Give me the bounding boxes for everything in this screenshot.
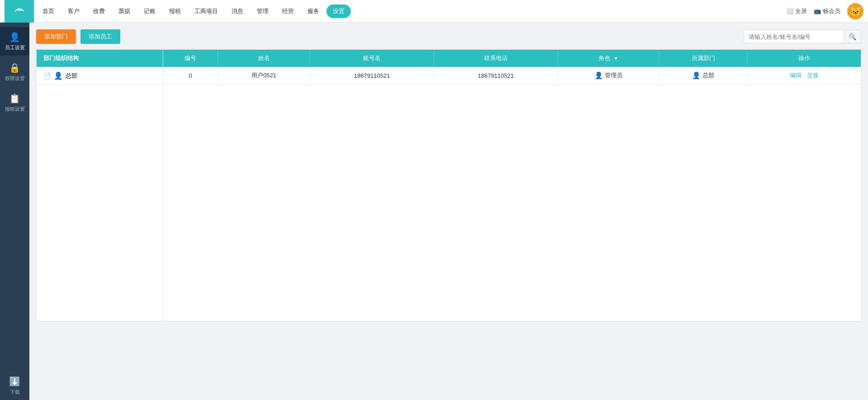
vip-button[interactable]: 📺 畅会员 bbox=[814, 7, 840, 15]
nav-service[interactable]: 服务 bbox=[301, 5, 326, 18]
dept-panel: 部门组织结构 📄 👤 总部 bbox=[37, 50, 163, 321]
search-box: 🔍 bbox=[744, 30, 861, 43]
fullscreen-button[interactable]: ⬜ 全屏 bbox=[786, 7, 807, 15]
cell-account: 18679110521 bbox=[310, 67, 434, 85]
role-person-icon: 👤 bbox=[594, 71, 603, 80]
sidebar-item-taxsettings[interactable]: 📋 报税设置 bbox=[0, 89, 29, 117]
search-icon: 🔍 bbox=[849, 33, 856, 40]
cell-dept: 👤 总部 bbox=[659, 67, 748, 85]
sidebar-employee-label: 员工设置 bbox=[5, 44, 25, 51]
employee-icon: 👤 bbox=[9, 32, 20, 42]
user-avatar[interactable]: 🐱 bbox=[847, 3, 863, 19]
top-navigation: 首页 客户 收费 票据 记账 报税 工商项目 消息 管理 经营 服务 设置 ⬜ … bbox=[0, 0, 868, 23]
role-filter-icon: ▼ bbox=[613, 56, 618, 61]
nav-home[interactable]: 首页 bbox=[36, 5, 61, 18]
search-input[interactable] bbox=[744, 31, 844, 43]
vip-label: 畅会员 bbox=[823, 7, 840, 15]
sidebar-item-download[interactable]: ⬇️ 下载 bbox=[0, 372, 29, 400]
app-logo bbox=[5, 0, 34, 23]
permission-icon: 🔒 bbox=[9, 62, 20, 73]
add-employee-button[interactable]: 添加员工 bbox=[80, 29, 120, 44]
cell-actions: 编辑 交接 bbox=[748, 67, 861, 85]
nav-account[interactable]: 记账 bbox=[137, 5, 162, 18]
search-button[interactable]: 🔍 bbox=[844, 30, 861, 43]
sidebar-permission-label: 权限设置 bbox=[5, 75, 25, 82]
nav-tax[interactable]: 报税 bbox=[163, 5, 187, 18]
nav-items: 首页 客户 收费 票据 记账 报税 工商项目 消息 管理 经营 服务 设置 bbox=[36, 5, 786, 18]
main-content: 添加部门 添加员工 🔍 部门组织结构 📄 👤 总部 编号 bbox=[29, 23, 868, 400]
nav-business[interactable]: 工商项目 bbox=[188, 5, 224, 18]
taxsettings-icon: 📋 bbox=[9, 93, 20, 104]
nav-fee[interactable]: 收费 bbox=[87, 5, 111, 18]
download-icon: ⬇️ bbox=[9, 376, 20, 387]
svg-point-0 bbox=[11, 3, 28, 19]
th-id: 编号 bbox=[163, 50, 218, 67]
dept-item-label: 总部 bbox=[66, 72, 77, 80]
th-role[interactable]: 角色 ▼ bbox=[558, 50, 659, 67]
dept-person-icon: 👤 bbox=[692, 71, 701, 80]
cell-id: 0 bbox=[163, 67, 218, 85]
dept-person-icon: 👤 bbox=[54, 71, 63, 80]
sidebar-bottom: ⬇️ 下载 bbox=[0, 372, 29, 400]
th-name: 姓名 bbox=[218, 50, 310, 67]
cell-role: 👤 管理员 bbox=[558, 67, 659, 85]
table-panel: 编号 姓名 账号名 联系电话 角色 ▼ 所属部门 操作 0 bbox=[163, 50, 861, 321]
fullscreen-icon: ⬜ bbox=[786, 8, 793, 14]
role-label: 管理员 bbox=[605, 71, 623, 80]
dept-label: 总部 bbox=[703, 71, 714, 80]
content-area: 部门组织结构 📄 👤 总部 编号 姓名 账号名 联系电话 角色 bbox=[36, 49, 861, 321]
table-row: 0 用户0521 18679110521 18679110521 👤 管理员 👤… bbox=[163, 67, 861, 85]
add-dept-button[interactable]: 添加部门 bbox=[36, 29, 76, 44]
sidebar-item-employee[interactable]: 👤 员工设置 bbox=[0, 27, 29, 56]
dept-panel-header: 部门组织结构 bbox=[37, 50, 163, 67]
th-dept: 所属部门 bbox=[659, 50, 748, 67]
dept-file-icon: 📄 bbox=[43, 72, 51, 80]
nav-client[interactable]: 客户 bbox=[61, 5, 86, 18]
th-action: 操作 bbox=[748, 50, 861, 67]
nav-settings[interactable]: 设置 bbox=[326, 5, 351, 18]
sidebar-item-permission[interactable]: 🔒 权限设置 bbox=[0, 58, 29, 86]
logo-icon bbox=[11, 3, 28, 19]
nav-operation[interactable]: 经营 bbox=[276, 5, 300, 18]
cell-phone: 18679110521 bbox=[434, 67, 558, 85]
table-header-row: 编号 姓名 账号名 联系电话 角色 ▼ 所属部门 操作 bbox=[163, 50, 861, 67]
nav-bill[interactable]: 票据 bbox=[112, 5, 137, 18]
dept-item-general[interactable]: 📄 👤 总部 bbox=[37, 67, 163, 85]
cell-name: 用户0521 bbox=[218, 67, 310, 85]
sidebar-taxsettings-label: 报税设置 bbox=[5, 106, 25, 113]
nav-manage[interactable]: 管理 bbox=[250, 5, 275, 18]
th-account: 账号名 bbox=[310, 50, 434, 67]
th-phone: 联系电话 bbox=[434, 50, 558, 67]
employee-table: 编号 姓名 账号名 联系电话 角色 ▼ 所属部门 操作 0 bbox=[163, 50, 861, 85]
nav-message[interactable]: 消息 bbox=[225, 5, 250, 18]
avatar-icon: 🐱 bbox=[850, 6, 861, 17]
sidebar-download-label: 下载 bbox=[10, 389, 20, 395]
action-编辑[interactable]: 编辑 bbox=[790, 72, 802, 79]
vip-icon: 📺 bbox=[814, 8, 821, 14]
fullscreen-label: 全屏 bbox=[795, 7, 807, 15]
nav-right-area: ⬜ 全屏 📺 畅会员 🐱 bbox=[786, 3, 863, 19]
action-交接[interactable]: 交接 bbox=[807, 72, 819, 79]
toolbar: 添加部门 添加员工 🔍 bbox=[36, 29, 861, 44]
sidebar: 👤 员工设置 🔒 权限设置 📋 报税设置 ⬇️ 下载 bbox=[0, 23, 29, 400]
